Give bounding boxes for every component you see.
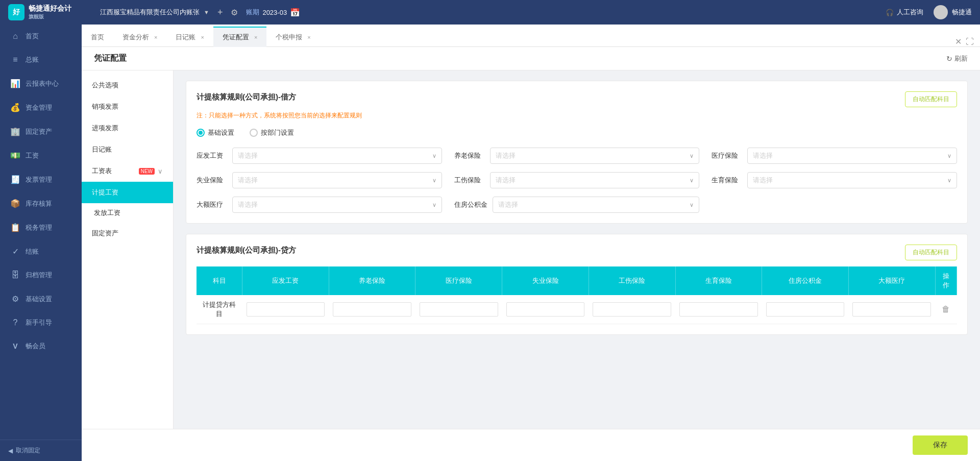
form-select-maternity[interactable]: 请选择 ∨ [747, 172, 957, 188]
input-unemployment[interactable] [506, 302, 585, 317]
td-injury-val[interactable] [589, 295, 675, 324]
form-grid: 应发工资 请选择 ∨ 养老保险 请选择 ∨ [197, 148, 957, 213]
sidebar-item-assets[interactable]: 🏢 固定资产 [0, 119, 82, 143]
form-select-salary[interactable]: 请选择 ∨ [232, 148, 442, 164]
input-salary[interactable] [247, 302, 325, 317]
settings-button[interactable]: ⚙ [231, 8, 238, 17]
form-select-large-medical[interactable]: 请选择 ∨ [232, 197, 442, 213]
left-nav-sales[interactable]: 销项发票 [82, 96, 173, 117]
sidebar-item-salary[interactable]: 💵 工资 [0, 143, 82, 167]
radio-basic[interactable]: 基础设置 [197, 128, 234, 137]
form-select-medical[interactable]: 请选择 ∨ [747, 148, 957, 164]
sidebar-label-vip: 畅会员 [26, 342, 45, 351]
sidebar-item-tax[interactable]: 📋 税务管理 [0, 215, 82, 239]
sidebar-item-reports[interactable]: 📊 云报表中心 [0, 71, 82, 95]
tab-capital[interactable]: 资金分析 × [113, 27, 166, 47]
th-maternity: 生育保险 [675, 266, 762, 295]
company-name: 江西服宝精品有限责任公司内账张 [100, 8, 200, 17]
input-housing[interactable] [766, 302, 845, 317]
tab-tax-label: 个税申报 [276, 33, 302, 42]
tab-home[interactable]: 首页 [82, 27, 113, 47]
sidebar-item-invoice[interactable]: 🧾 发票管理 [0, 167, 82, 191]
sidebar-item-archive[interactable]: 🗄 归档管理 [0, 263, 82, 287]
inventory-icon: 📦 [10, 199, 20, 208]
select-pension-placeholder: 请选择 [496, 151, 516, 160]
td-salary-val[interactable] [242, 295, 329, 324]
th-large-medical: 大额医疗 [848, 266, 935, 295]
td-housing-val[interactable] [762, 295, 849, 324]
tab-journal-close[interactable]: × [201, 34, 204, 40]
user-area[interactable]: 畅捷通 [934, 5, 972, 19]
save-button[interactable]: 保存 [913, 435, 968, 455]
select-injury-arrow: ∨ [690, 177, 694, 184]
save-bar: 保存 [82, 429, 980, 461]
add-button[interactable]: + [217, 7, 223, 18]
credit-auto-match-button[interactable]: 自动匹配科目 [905, 245, 957, 260]
tab-voucher-close[interactable]: × [254, 34, 257, 40]
td-action[interactable]: 🗑 [935, 295, 957, 324]
left-nav-public[interactable]: 公共选项 [82, 75, 173, 96]
form-select-housing[interactable]: 请选择 ∨ [493, 197, 700, 213]
td-maternity-val[interactable] [675, 295, 762, 324]
sidebar-item-ledger[interactable]: ≡ 总账 [0, 48, 82, 71]
refresh-button[interactable]: ↻ 刷新 [946, 54, 968, 63]
select-medical-arrow: ∨ [947, 153, 951, 159]
form-label-housing: 住房公积金 [454, 200, 487, 209]
form-item-pension: 养老保险 请选择 ∨ [454, 148, 700, 164]
left-nav-sales-label: 销项发票 [92, 103, 118, 110]
left-nav-salary-pay[interactable]: 发放工资 [82, 203, 173, 223]
close-all-button[interactable]: ✕ [955, 37, 962, 46]
form-select-pension[interactable]: 请选择 ∨ [490, 148, 700, 164]
left-nav-purchase[interactable]: 进项发票 [82, 117, 173, 139]
input-medical[interactable] [420, 302, 498, 317]
service-button[interactable]: 🎧 人工咨询 [886, 8, 923, 17]
left-nav-purchase-label: 进项发票 [92, 124, 118, 132]
input-maternity[interactable] [679, 302, 758, 317]
td-pension-val[interactable] [329, 295, 415, 324]
sidebar-item-vip[interactable]: V 畅会员 [0, 334, 82, 358]
tab-journal[interactable]: 日记账 × [166, 27, 213, 47]
company-selector[interactable]: 江西服宝精品有限责任公司内账张 ▼ [100, 8, 209, 17]
radio-dept[interactable]: 按部门设置 [250, 128, 294, 137]
form-select-unemployment[interactable]: 请选择 ∨ [232, 172, 442, 188]
form-item-housing: 住房公积金 请选择 ∨ [454, 197, 700, 213]
expand-button[interactable]: ⛶ [966, 37, 974, 46]
input-injury[interactable] [593, 302, 671, 317]
left-nav-journal[interactable]: 日记账 [82, 139, 173, 160]
form-item-medical: 医疗保险 请选择 ∨ [712, 148, 957, 164]
sidebar-item-inventory[interactable]: 📦 库存核算 [0, 191, 82, 215]
page-title: 凭证配置 [94, 53, 127, 64]
calendar-icon[interactable]: 📅 [290, 8, 300, 17]
sidebar-item-closing[interactable]: ✓ 结账 [0, 239, 82, 263]
left-nav-fixed-assets[interactable]: 固定资产 [82, 223, 173, 244]
sidebar-item-capital[interactable]: 💰 资金管理 [0, 95, 82, 119]
select-maternity-arrow: ∨ [947, 177, 951, 184]
left-nav-salary-table[interactable]: 工资表 NEW ∨ [82, 160, 173, 182]
delete-row-icon[interactable]: 🗑 [942, 305, 950, 313]
sidebar-item-guide[interactable]: ? 新手引导 [0, 311, 82, 334]
input-large-medical[interactable] [852, 302, 931, 317]
sidebar-item-settings[interactable]: ⚙ 基础设置 [0, 287, 82, 311]
tab-tax-close[interactable]: × [307, 34, 310, 40]
logo-text-area: 畅捷通好会计 旗舰版 [29, 4, 71, 20]
tab-capital-close[interactable]: × [154, 34, 157, 40]
sidebar-unpin[interactable]: ◀ 取消固定 [0, 440, 82, 461]
td-unemployment-val[interactable] [502, 295, 589, 324]
left-nav-salary-accrual[interactable]: 计提工资 [82, 182, 173, 203]
select-housing-placeholder: 请选择 [498, 200, 518, 209]
radio-dept-label: 按部门设置 [261, 128, 294, 137]
input-pension[interactable] [333, 302, 411, 317]
td-large-medical-val[interactable] [848, 295, 935, 324]
form-select-injury[interactable]: 请选择 ∨ [490, 172, 700, 188]
top-right: 🎧 人工咨询 畅捷通 [886, 5, 972, 19]
sidebar-item-home[interactable]: ⌂ 首页 [0, 25, 82, 48]
debit-auto-match-button[interactable]: 自动匹配科目 [905, 91, 957, 107]
invoice-icon: 🧾 [10, 175, 20, 184]
form-item-salary: 应发工资 请选择 ∨ [197, 148, 442, 164]
tab-voucher[interactable]: 凭证配置 × [213, 27, 266, 47]
form-label-injury: 工伤保险 [454, 176, 485, 185]
td-medical-val[interactable] [415, 295, 502, 324]
salary-icon: 💵 [10, 151, 20, 160]
tab-tax[interactable]: 个税申报 × [266, 27, 320, 47]
form-label-medical: 医疗保险 [712, 151, 742, 160]
